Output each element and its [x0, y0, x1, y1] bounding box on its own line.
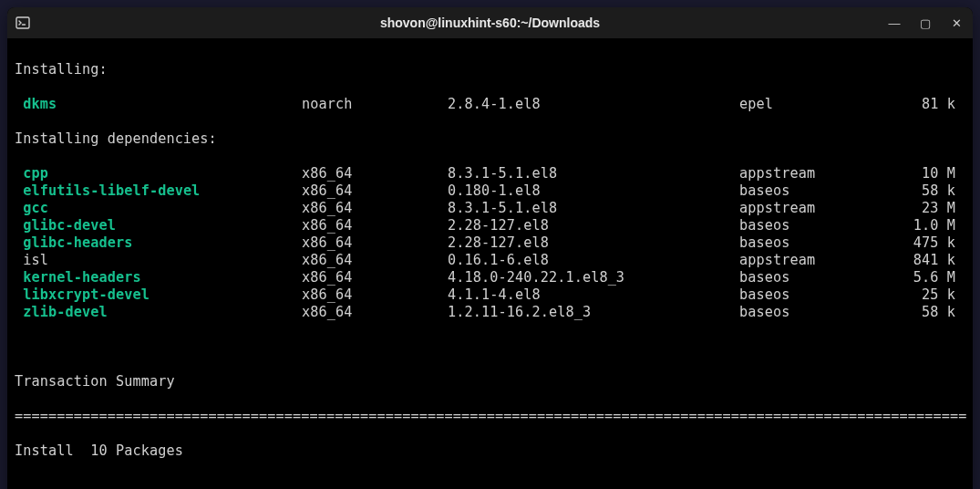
package-version: 2.8.4-1.el8 [448, 96, 739, 113]
package-version: 4.18.0-240.22.1.el8_3 [448, 269, 739, 286]
package-arch: x86_64 [302, 304, 448, 321]
minimize-button[interactable]: — [885, 14, 903, 32]
package-name: cpp [15, 165, 302, 182]
package-version: 2.28-127.el8 [448, 217, 739, 234]
package-repo: baseos [739, 286, 881, 304]
blank-line [15, 338, 965, 356]
terminal-icon [15, 15, 31, 31]
package-version: 2.28-127.el8 [448, 234, 739, 252]
package-name: glibc-devel [15, 217, 302, 234]
package-repo: baseos [739, 269, 881, 286]
package-repo: baseos [739, 234, 881, 252]
install-count: Install 10 Packages [15, 442, 965, 460]
package-name: zlib-devel [15, 304, 302, 321]
package-arch: x86_64 [302, 200, 448, 217]
terminal-window: shovon@linuxhint-s60:~/Downloads — ▢ ✕ I… [7, 7, 973, 489]
package-repo: baseos [739, 217, 881, 234]
package-row: dkmsnoarch2.8.4-1.el8epel81 k [15, 96, 965, 113]
package-arch: x86_64 [302, 286, 448, 304]
package-size: 475 k [881, 234, 955, 252]
package-row: elfutils-libelf-develx86_640.180-1.el8ba… [15, 182, 965, 200]
package-repo: appstream [739, 200, 881, 217]
package-arch: x86_64 [302, 165, 448, 182]
package-version: 0.16.1-6.el8 [448, 252, 739, 269]
transaction-summary-header: Transaction Summary [15, 373, 965, 390]
package-version: 1.2.11-16.2.el8_3 [448, 304, 739, 321]
package-name: isl [15, 252, 302, 269]
package-name: kernel-headers [15, 269, 302, 286]
package-size: 10 M [881, 165, 955, 182]
maximize-button[interactable]: ▢ [916, 14, 934, 32]
package-size: 81 k [881, 96, 955, 113]
package-row: cppx86_648.3.1-5.1.el8appstream10 M [15, 165, 965, 182]
package-name: gcc [15, 200, 302, 217]
package-size: 23 M [881, 200, 955, 217]
package-arch: noarch [302, 96, 448, 113]
package-repo: epel [739, 96, 881, 113]
package-name: libxcrypt-devel [15, 286, 302, 304]
package-size: 58 k [881, 182, 955, 200]
package-arch: x86_64 [302, 217, 448, 234]
package-name: glibc-headers [15, 234, 302, 252]
package-size: 25 k [881, 286, 955, 304]
package-arch: x86_64 [302, 234, 448, 252]
package-repo: baseos [739, 182, 881, 200]
package-arch: x86_64 [302, 269, 448, 286]
blank-line [15, 477, 965, 489]
divider-line: ========================================… [15, 408, 965, 425]
package-name: dkms [15, 96, 302, 113]
package-row: zlib-develx86_641.2.11-16.2.el8_3baseos5… [15, 304, 965, 321]
section-installing: Installing: [15, 61, 965, 78]
package-row: glibc-develx86_642.28-127.el8baseos1.0 M [15, 217, 965, 234]
package-row: kernel-headersx86_644.18.0-240.22.1.el8_… [15, 269, 965, 286]
section-installing-deps: Installing dependencies: [15, 130, 965, 148]
package-row: islx86_640.16.1-6.el8appstream841 k [15, 252, 965, 269]
window-controls: — ▢ ✕ [885, 14, 965, 32]
package-size: 841 k [881, 252, 955, 269]
titlebar[interactable]: shovon@linuxhint-s60:~/Downloads — ▢ ✕ [7, 7, 973, 38]
package-size: 5.6 M [881, 269, 955, 286]
package-version: 8.3.1-5.1.el8 [448, 165, 739, 182]
close-button[interactable]: ✕ [947, 14, 965, 32]
package-repo: baseos [739, 304, 881, 321]
package-repo: appstream [739, 165, 881, 182]
package-size: 1.0 M [881, 217, 955, 234]
terminal-content[interactable]: Installing: dkmsnoarch2.8.4-1.el8epel81 … [7, 38, 973, 489]
package-version: 4.1.1-4.el8 [448, 286, 739, 304]
package-arch: x86_64 [302, 252, 448, 269]
package-arch: x86_64 [302, 182, 448, 200]
package-name: elfutils-libelf-devel [15, 182, 302, 200]
package-version: 0.180-1.el8 [448, 182, 739, 200]
package-row: libxcrypt-develx86_644.1.1-4.el8baseos25… [15, 286, 965, 304]
window-title: shovon@linuxhint-s60:~/Downloads [380, 16, 600, 30]
package-row: gccx86_648.3.1-5.1.el8appstream23 M [15, 200, 965, 217]
package-row: glibc-headersx86_642.28-127.el8baseos475… [15, 234, 965, 252]
install-package-list: dkmsnoarch2.8.4-1.el8epel81 k [15, 96, 965, 113]
package-repo: appstream [739, 252, 881, 269]
svg-rect-0 [16, 17, 29, 28]
package-version: 8.3.1-5.1.el8 [448, 200, 739, 217]
package-size: 58 k [881, 304, 955, 321]
dependency-package-list: cppx86_648.3.1-5.1.el8appstream10 M elfu… [15, 165, 965, 321]
